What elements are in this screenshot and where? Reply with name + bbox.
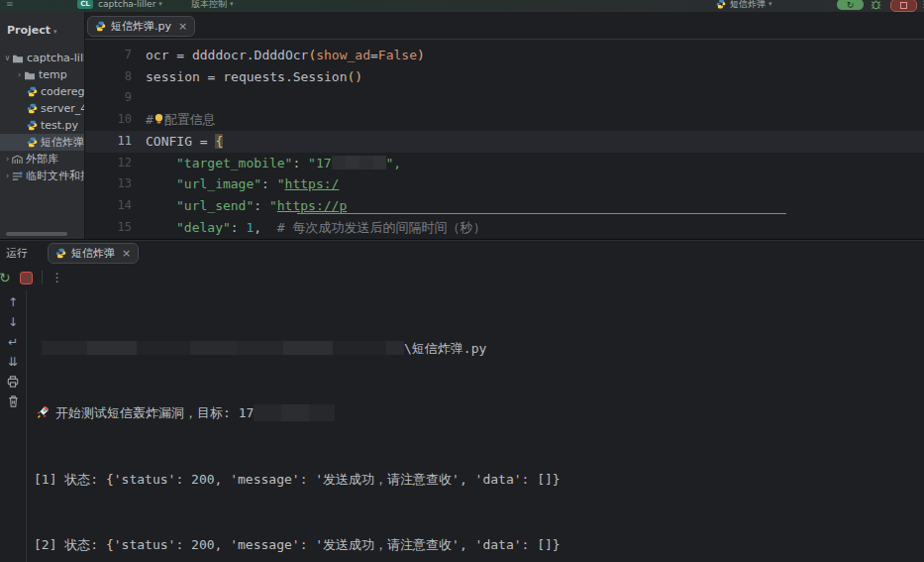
line-number: 11 <box>85 131 146 153</box>
python-file-icon <box>55 248 66 259</box>
line-number: 7 <box>85 45 146 66</box>
python-file-icon <box>27 137 38 148</box>
tree-item-label: test.py <box>41 119 78 132</box>
sidebar-item-external-libraries[interactable]: › 外部库 <box>0 151 84 168</box>
url-underline <box>297 213 786 214</box>
sidebar-item-scratches[interactable]: › 临时文件和控制台 <box>0 168 84 184</box>
stop-button[interactable] <box>890 0 917 12</box>
project-tool-window: Project▾ ∨ captcha-liller › temp codereg… <box>0 12 85 239</box>
console-status-line: [2] 状态: {'status': 200, 'message': '发送成功… <box>34 534 924 556</box>
close-icon[interactable]: × <box>178 20 187 33</box>
sidebar-item-sms-bomb[interactable]: 短信炸弹.py <box>0 134 84 151</box>
chevron-expanded-icon[interactable]: ∨ <box>3 54 12 62</box>
console-output[interactable]: \短信炸弹.py 开始测试短信轰炸漏洞，目标: 17 [1] 状态: {'sta… <box>27 289 924 562</box>
scratches-icon <box>12 171 23 181</box>
stop-icon[interactable] <box>20 272 33 284</box>
rocket-icon <box>36 404 50 426</box>
editor-tab-sms-bomb[interactable]: 短信炸弹.py × <box>87 16 195 37</box>
next-occurrence-icon[interactable]: ↓ <box>8 315 18 328</box>
sidebar-item-server[interactable]: server_4.3 <box>0 100 84 117</box>
rerun-icon[interactable]: ↻ <box>0 270 11 285</box>
project-panel-title: Project <box>7 24 51 37</box>
line-number: 10 <box>85 109 146 131</box>
main-menu-icon[interactable]: ≡ <box>6 0 14 12</box>
close-icon[interactable]: × <box>122 247 131 260</box>
editor-tab-bar: 短信炸弹.py × <box>85 12 924 40</box>
chevron-collapsed-icon[interactable]: › <box>3 171 12 180</box>
run-tab-sms-bomb[interactable]: 短信炸弹 × <box>48 243 139 264</box>
line-number: 8 <box>85 66 146 88</box>
tree-item-label: captcha-liller <box>27 52 84 64</box>
redaction-target-phone <box>254 404 335 421</box>
editor-area: 短信炸弹.py × 7 ocr = ddddocr.DdddOcr(show_a… <box>85 12 924 239</box>
tree-item-label: 短信炸弹.py <box>41 135 84 150</box>
more-icon[interactable]: ⋮ <box>919 0 924 12</box>
project-panel-header[interactable]: Project▾ <box>7 24 57 37</box>
rerun-button[interactable]: ↻ <box>837 0 864 10</box>
sidebar-item-temp[interactable]: › temp <box>0 66 84 83</box>
vcs-label: 版本控制 <box>191 0 227 11</box>
code-line-12: 12 "target_mobile": "17", <box>85 153 924 174</box>
run-toolbar: ↻ ⋮ <box>0 266 924 289</box>
toolbar-separator <box>42 271 43 284</box>
stop-icon <box>900 2 907 9</box>
project-badge: CL <box>77 0 93 12</box>
run-config-selector[interactable]: 短信炸弹▾ <box>730 0 772 12</box>
code-line-7: 7 ocr = ddddocr.DdddOcr(show_ad=False) <box>85 45 924 66</box>
more-options-icon[interactable]: ⋮ <box>51 271 63 284</box>
console-line-path: \短信炸弹.py <box>34 338 924 360</box>
console-toolbar: ↑ ↓ ↵ ⇊ <box>0 289 27 562</box>
title-bar: ≡ CL captcha-liller▾ 版本控制▾ 短信炸弹▾ ↻ ⋮ <box>0 0 924 12</box>
tree-item-label: 临时文件和控制台 <box>26 169 84 183</box>
python-file-icon <box>27 120 38 131</box>
tree-item-label: temp <box>39 68 67 81</box>
chevron-down-icon: ▾ <box>158 0 162 8</box>
library-icon <box>12 155 23 165</box>
rerun-icon: ↻ <box>847 0 855 10</box>
line-number: 9 <box>85 87 146 109</box>
vcs-widget[interactable]: 版本控制▾ <box>191 0 234 12</box>
chevron-collapsed-icon[interactable]: › <box>3 155 12 164</box>
tree-item-label: 外部库 <box>26 152 58 167</box>
console-line-start: 开始测试短信轰炸漏洞，目标: 17 <box>34 402 924 426</box>
code-line-8: 8 session = requests.Session() <box>85 66 924 88</box>
python-file-icon <box>27 86 38 97</box>
chevron-down-icon: ▾ <box>230 0 234 8</box>
chevron-down-icon: ▾ <box>769 0 772 8</box>
redaction-path <box>42 341 404 355</box>
code-viewport[interactable]: 7 ocr = ddddocr.DdddOcr(show_ad=False) 8… <box>85 40 924 239</box>
prev-occurrence-icon[interactable]: ↑ <box>8 295 18 308</box>
line-number: 12 <box>85 153 146 174</box>
run-config-name: 短信炸弹 <box>730 0 766 11</box>
soft-wrap-icon[interactable]: ↵ <box>8 335 18 348</box>
project-badge-text: CL <box>77 0 93 9</box>
project-selector[interactable]: captcha-liller▾ <box>98 0 162 12</box>
scroll-to-end-icon[interactable]: ⇊ <box>8 355 18 368</box>
line-number: 13 <box>85 173 146 195</box>
chevron-down-icon: ▾ <box>53 28 57 36</box>
run-tool-window: 运行 短信炸弹 × ↻ ⋮ ↑ ↓ ↵ ⇊ \短信炸弹.py 开始测试短信轰炸漏… <box>0 239 924 562</box>
python-file-icon <box>95 21 106 32</box>
clear-all-icon[interactable] <box>8 394 19 407</box>
python-icon <box>716 0 726 12</box>
debug-icon[interactable] <box>871 0 881 12</box>
horizontal-scrollbar[interactable] <box>6 232 67 236</box>
sidebar-item-captcha-liller[interactable]: ∨ captcha-liller <box>0 50 84 66</box>
run-panel-title[interactable]: 运行 <box>6 246 28 261</box>
run-panel-header: 运行 短信炸弹 × <box>0 240 924 266</box>
print-icon[interactable] <box>7 375 19 388</box>
sidebar-item-codereg[interactable]: codereg.py <box>0 83 84 100</box>
bulb-icon <box>154 110 164 132</box>
tree-item-label: server_4.3 <box>41 102 84 115</box>
tab-label: 短信炸弹.py <box>111 19 171 34</box>
line-number: 14 <box>85 195 146 217</box>
tree-item-label: codereg.py <box>41 85 84 98</box>
redaction-phone-number <box>332 156 386 169</box>
folder-icon <box>12 54 24 63</box>
console-status-line: [1] 状态: {'status': 200, 'message': '发送成功… <box>34 469 924 491</box>
redaction-urls <box>334 175 792 216</box>
chevron-collapsed-icon[interactable]: › <box>15 70 24 79</box>
sidebar-item-test[interactable]: test.py <box>0 117 84 134</box>
project-name: captcha-liller <box>98 0 155 9</box>
code-line-9: 9 <box>85 87 924 109</box>
